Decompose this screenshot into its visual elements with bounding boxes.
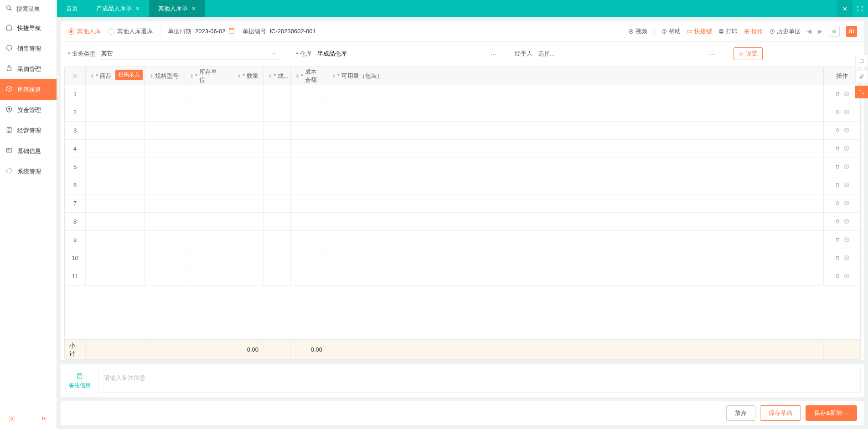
add-row-icon[interactable] <box>844 200 849 207</box>
delete-row-icon[interactable] <box>835 145 840 153</box>
cell-product[interactable] <box>86 194 145 212</box>
cell-available[interactable] <box>327 103 824 121</box>
delete-row-icon[interactable] <box>835 236 840 244</box>
settings-button[interactable]: 设置 <box>734 47 763 60</box>
view-list-button[interactable] <box>829 26 840 37</box>
cell-unit[interactable] <box>185 103 225 121</box>
cell-cost-amount[interactable] <box>291 213 327 230</box>
close-all-tabs-button[interactable]: ✕ <box>837 0 852 17</box>
history-link[interactable]: 历史单据 <box>770 27 801 36</box>
delete-row-icon[interactable] <box>835 182 840 189</box>
delete-row-icon[interactable] <box>835 273 840 280</box>
doc-date-value[interactable]: 2023-06-02 <box>195 28 226 35</box>
cell-spec[interactable] <box>145 194 185 212</box>
cell-available[interactable] <box>327 122 824 139</box>
cell-spec[interactable] <box>145 231 185 249</box>
cell-qty[interactable] <box>225 231 264 249</box>
tab-other-inbound[interactable]: 其他入库单 ✕ <box>149 0 205 17</box>
sidebar-item-purchase[interactable]: 采购管理 <box>0 59 57 79</box>
table-body[interactable]: 1234567891011 <box>65 85 860 339</box>
table-row[interactable]: 3 <box>65 122 860 140</box>
cell-unit[interactable] <box>185 231 225 249</box>
cell-spec[interactable] <box>145 103 185 121</box>
add-row-icon[interactable] <box>844 273 849 280</box>
cell-available[interactable] <box>327 249 824 267</box>
cell-cost[interactable] <box>264 158 291 176</box>
cell-product[interactable] <box>86 267 145 285</box>
table-row[interactable]: 1 <box>65 85 860 103</box>
cell-available[interactable] <box>327 213 824 230</box>
handler-input[interactable] <box>537 47 718 60</box>
cell-cost-amount[interactable] <box>291 85 327 103</box>
cell-qty[interactable] <box>225 267 264 285</box>
cell-cost[interactable] <box>264 231 291 249</box>
delete-row-icon[interactable] <box>835 200 840 207</box>
cell-qty[interactable] <box>225 122 264 139</box>
save-draft-button[interactable]: 保存草稿 <box>760 405 801 421</box>
th-spec[interactable]: ▲▼ 规格型号 <box>145 67 185 85</box>
th-cost-amount[interactable]: ▲▼ *成本金额 <box>291 67 327 85</box>
cell-spec[interactable] <box>145 176 185 194</box>
cell-available[interactable] <box>327 231 824 249</box>
cell-cost[interactable] <box>264 213 291 230</box>
cell-qty[interactable] <box>225 176 264 194</box>
tab-finished-inbound[interactable]: 产成品入库单 ✕ <box>87 0 149 17</box>
cell-unit[interactable] <box>185 176 225 194</box>
view-form-button[interactable] <box>846 26 857 37</box>
cell-cost[interactable] <box>264 122 291 139</box>
cell-spec[interactable] <box>145 140 185 158</box>
cell-cost-amount[interactable] <box>291 267 327 285</box>
cell-cost[interactable] <box>264 267 291 285</box>
cell-product[interactable] <box>86 176 145 194</box>
cell-product[interactable] <box>86 249 145 267</box>
th-product[interactable]: ▲▼ *商品 扫码录入 <box>86 67 145 85</box>
radio-other-inbound-return[interactable]: 其他入库退库 <box>108 27 153 36</box>
cell-product[interactable] <box>86 231 145 249</box>
table-row[interactable]: 9 <box>65 231 860 249</box>
cell-unit[interactable] <box>185 213 225 230</box>
cell-available[interactable] <box>327 140 824 158</box>
th-settings[interactable] <box>65 67 86 85</box>
cell-available[interactable] <box>327 194 824 212</box>
cell-spec[interactable] <box>145 85 185 103</box>
delete-row-icon[interactable] <box>835 109 840 116</box>
cell-unit[interactable] <box>185 140 225 158</box>
delete-row-icon[interactable] <box>835 218 840 225</box>
operation-link[interactable]: 操作 <box>744 27 763 36</box>
table-row[interactable]: 7 <box>65 194 860 213</box>
table-row[interactable]: 4 <box>65 140 860 158</box>
add-row-icon[interactable] <box>844 182 849 189</box>
table-row[interactable]: 8 <box>65 213 860 231</box>
cell-product[interactable] <box>86 213 145 230</box>
cell-qty[interactable] <box>225 103 264 121</box>
history-prev-button[interactable]: ◀ <box>807 28 811 35</box>
cell-spec[interactable] <box>145 158 185 176</box>
cell-cost[interactable] <box>264 194 291 212</box>
gear-icon[interactable] <box>8 415 16 424</box>
cell-product[interactable] <box>86 122 145 139</box>
cell-cost[interactable] <box>264 85 291 103</box>
history-next-button[interactable]: ▶ <box>818 28 822 35</box>
print-link[interactable]: 打印 <box>718 27 738 36</box>
help-link[interactable]: 帮助 <box>661 27 681 36</box>
cell-cost-amount[interactable] <box>291 122 327 139</box>
warehouse-input[interactable] <box>316 47 499 60</box>
table-row[interactable]: 10 <box>65 249 860 267</box>
cell-available[interactable] <box>327 158 824 176</box>
cell-cost-amount[interactable] <box>291 158 327 176</box>
cell-spec[interactable] <box>145 249 185 267</box>
cell-cost-amount[interactable] <box>291 176 327 194</box>
th-quantity[interactable]: ▲▼ *数量 <box>225 67 264 85</box>
cell-unit[interactable] <box>185 249 225 267</box>
add-row-icon[interactable] <box>844 163 849 171</box>
add-row-icon[interactable] <box>844 145 849 153</box>
cell-cost-amount[interactable] <box>291 194 327 212</box>
cell-product[interactable] <box>86 158 145 176</box>
cell-available[interactable] <box>327 176 824 194</box>
cell-qty[interactable] <box>225 158 264 176</box>
video-link[interactable]: 视频 <box>628 27 647 36</box>
close-icon[interactable]: ✕ <box>191 5 196 12</box>
cell-product[interactable] <box>86 140 145 158</box>
sidebar-item-sales[interactable]: 销售管理 <box>0 38 57 59</box>
close-icon[interactable]: ✕ <box>135 5 140 12</box>
